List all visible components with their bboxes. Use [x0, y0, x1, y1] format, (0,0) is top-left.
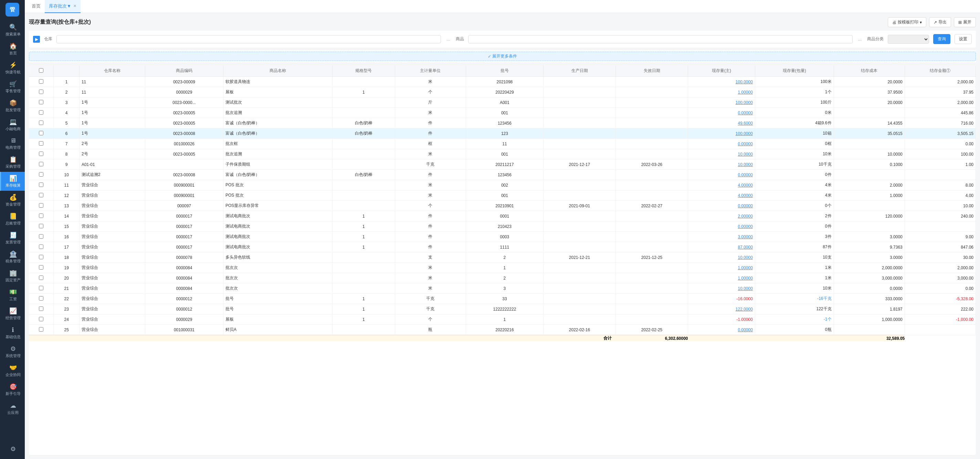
- sidebar-item-purchase[interactable]: 📋 采购管理: [0, 153, 25, 172]
- row-qty-main[interactable]: 0.00000: [688, 325, 755, 335]
- row-qty-main[interactable]: 122.0000: [688, 304, 755, 314]
- sidebar-item-assets[interactable]: 🏢 固定资产: [0, 266, 25, 285]
- row-checkbox[interactable]: [29, 201, 54, 211]
- row-qty-pkg: 10支: [755, 252, 834, 263]
- row-checkbox[interactable]: [29, 190, 54, 201]
- row-checkbox[interactable]: [29, 170, 54, 180]
- sidebar-item-nav[interactable]: ⚡ 快捷导航: [0, 59, 25, 78]
- row-checkbox[interactable]: [29, 97, 54, 108]
- sidebar-item-management[interactable]: 📈 经营管理: [0, 304, 25, 324]
- row-checkbox[interactable]: [29, 242, 54, 252]
- sidebar-item-wholesale[interactable]: 📦 批发管理: [0, 96, 25, 115]
- row-qty-main[interactable]: 1.00000: [688, 87, 755, 97]
- row-qty-main[interactable]: 1.00000: [688, 273, 755, 284]
- row-qty-main[interactable]: 100.0000: [688, 97, 755, 108]
- row-checkbox[interactable]: [29, 211, 54, 222]
- sidebar-item-tax[interactable]: 🏦 税务管理: [0, 247, 25, 266]
- row-checkbox[interactable]: [29, 252, 54, 263]
- sidebar-item-collab[interactable]: 🤝 企业协同: [0, 361, 25, 380]
- row-qty-main[interactable]: 0.00000: [688, 170, 755, 180]
- toggle-button[interactable]: ⊞ 展开: [954, 17, 976, 27]
- row-checkbox[interactable]: [29, 294, 54, 304]
- sidebar-item-basic[interactable]: ℹ 基础信息: [0, 324, 25, 342]
- row-checkbox[interactable]: [29, 263, 54, 273]
- row-code: 000900001: [145, 190, 223, 201]
- row-qty-main[interactable]: 2.00000: [688, 211, 755, 222]
- sidebar-item-invoice[interactable]: 🧾 发票管理: [0, 229, 25, 247]
- row-batch: 20210901: [466, 201, 543, 211]
- row-qty-main[interactable]: 0.00000: [688, 139, 755, 149]
- settings-button[interactable]: 设置: [955, 34, 972, 44]
- row-code: 0000084: [145, 273, 223, 284]
- row-checkbox[interactable]: [29, 87, 54, 97]
- row-checkbox[interactable]: [29, 273, 54, 284]
- sidebar-item-search[interactable]: 🔍 搜索菜单: [0, 21, 25, 40]
- sidebar-item-retail[interactable]: 🛒 零售管理: [0, 78, 25, 96]
- row-checkbox[interactable]: [29, 108, 54, 118]
- row-qty-main[interactable]: 0.00000: [688, 222, 755, 232]
- row-checkbox[interactable]: [29, 222, 54, 232]
- row-qty-main[interactable]: -16.0000: [688, 294, 755, 304]
- row-qty-main[interactable]: -1.00000: [688, 314, 755, 325]
- sidebar-settings[interactable]: ⚙: [0, 443, 25, 456]
- row-qty-main[interactable]: 10.0000: [688, 284, 755, 294]
- row-qty-main[interactable]: 100.0000: [688, 77, 755, 87]
- row-checkbox[interactable]: [29, 180, 54, 190]
- row-qty-main[interactable]: 3.00000: [688, 232, 755, 242]
- row-checkbox[interactable]: [29, 284, 54, 294]
- row-checkbox[interactable]: [29, 77, 54, 87]
- row-checkbox[interactable]: [29, 325, 54, 335]
- row-qty-main[interactable]: 10.0000: [688, 252, 755, 263]
- row-qty-main[interactable]: 49.6000: [688, 118, 755, 128]
- sidebar-item-ecommerce[interactable]: 🖥 电商管理: [0, 134, 25, 153]
- warehouse-filter-input[interactable]: [56, 35, 441, 43]
- row-warehouse: 1号: [79, 118, 145, 128]
- sidebar-item-finance[interactable]: 💰 资金管理: [0, 191, 25, 210]
- sidebar-item-cloud[interactable]: ☁ 云应用: [0, 399, 25, 418]
- expand-conditions-button[interactable]: ✓ 展开更多条件: [29, 52, 976, 61]
- row-exp-date: 2021-12-25: [616, 252, 688, 263]
- row-checkbox[interactable]: [29, 314, 54, 325]
- row-checkbox[interactable]: [29, 118, 54, 128]
- sidebar-item-xr[interactable]: 💻 小融电商: [0, 115, 25, 134]
- tab-close-icon[interactable]: ✕: [73, 4, 76, 8]
- export-button[interactable]: ↗ 导出: [929, 17, 951, 27]
- row-qty-main[interactable]: 4.00000: [688, 190, 755, 201]
- settings-icon: ⚙: [10, 445, 16, 453]
- select-all-checkbox[interactable]: [39, 68, 43, 73]
- row-qty-main[interactable]: 87.0000: [688, 242, 755, 252]
- row-qty-main[interactable]: 100.0000: [688, 128, 755, 139]
- sidebar-item-salary[interactable]: 💵 工资: [0, 285, 25, 304]
- product-filter-input[interactable]: [468, 35, 853, 43]
- category-filter-select[interactable]: [888, 35, 929, 44]
- row-qty-main[interactable]: 0.00000: [688, 201, 755, 211]
- row-cost: 3,000.0000: [834, 273, 905, 284]
- sidebar-item-home[interactable]: 🏠 首页: [0, 40, 25, 59]
- row-amount: [905, 325, 975, 335]
- row-checkbox[interactable]: [29, 232, 54, 242]
- row-qty-pkg: 0米: [755, 108, 834, 118]
- row-qty-main[interactable]: 10.0000: [688, 149, 755, 159]
- sidebar-item-ledger[interactable]: 📒 总账管理: [0, 210, 25, 229]
- filter-expand-arrow[interactable]: ▶: [33, 36, 40, 43]
- tab-home[interactable]: 首页: [27, 0, 45, 13]
- sidebar-xr-label: 小融电商: [5, 126, 21, 132]
- row-qty-main[interactable]: 1.00000: [688, 263, 755, 273]
- print-button[interactable]: 🖨 按模板打印 ▾: [888, 17, 926, 27]
- row-cost: 1.8197: [834, 304, 905, 314]
- row-qty-main[interactable]: 0.00000: [688, 108, 755, 118]
- row-checkbox[interactable]: [29, 128, 54, 139]
- row-checkbox[interactable]: [29, 149, 54, 159]
- row-code: 0000017: [145, 242, 223, 252]
- sidebar-item-system[interactable]: ⚙ 系统管理: [0, 342, 25, 361]
- search-button[interactable]: 查询: [933, 34, 950, 44]
- tab-inventory-batch[interactable]: 库存批次▼ ✕: [45, 0, 81, 13]
- row-checkbox[interactable]: [29, 304, 54, 314]
- row-qty-main[interactable]: 10.0000: [688, 159, 755, 170]
- row-checkbox[interactable]: [29, 139, 54, 149]
- sidebar-item-guide[interactable]: 🎯 新手引导: [0, 380, 25, 399]
- col-checkbox[interactable]: [29, 65, 54, 77]
- row-checkbox[interactable]: [29, 159, 54, 170]
- sidebar-item-inventory[interactable]: 📊 库存核算: [0, 172, 25, 191]
- row-qty-main[interactable]: 4.00000: [688, 180, 755, 190]
